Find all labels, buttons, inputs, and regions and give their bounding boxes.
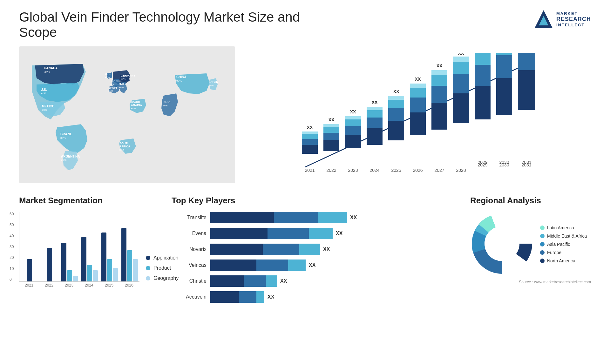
player-xx: XX: [280, 278, 287, 284]
svg-rect-76: [431, 70, 447, 75]
svg-text:2023: 2023: [348, 168, 358, 173]
player-xx: XX: [336, 231, 342, 236]
seg-light: [309, 228, 333, 239]
svg-rect-85: [475, 86, 491, 119]
svg-rect-90: [496, 55, 512, 78]
middle-east-dot: [540, 234, 545, 238]
svg-point-104: [485, 226, 519, 261]
player-segs: [210, 275, 277, 287]
seg-light: [299, 244, 320, 255]
svg-text:XX: XX: [329, 117, 335, 122]
svg-rect-74: [431, 86, 447, 103]
svg-text:xx%: xx%: [119, 86, 124, 89]
svg-text:U.S.: U.S.: [41, 88, 47, 91]
seg-light: [256, 291, 264, 303]
player-row-veincas: Veincas XX: [172, 260, 458, 271]
svg-text:2022: 2022: [326, 168, 336, 173]
seg-dark: [210, 275, 244, 287]
svg-text:2029: 2029: [478, 160, 487, 165]
player-name-accuvein: Accuvein: [172, 294, 207, 300]
svg-text:INDIA: INDIA: [163, 100, 171, 104]
svg-rect-86: [475, 65, 491, 86]
svg-text:xx%: xx%: [110, 83, 114, 86]
seg-mid: [268, 228, 309, 239]
svg-text:XX: XX: [393, 89, 399, 94]
asia-dot: [540, 242, 545, 246]
player-bar-evena: XX: [210, 228, 342, 239]
seg-light: [266, 275, 277, 287]
regional-container: Regional Analysis: [470, 196, 591, 284]
top-section: CANADA xx% U.S. xx% MEXICO xx% BRAZIL xx…: [19, 46, 591, 183]
player-bar-christie: XX: [210, 275, 287, 287]
svg-rect-38: [302, 139, 318, 145]
legend-europe: Europe: [540, 250, 587, 255]
svg-rect-46: [323, 124, 339, 127]
players-container: Top Key Players Translite XX Evena: [172, 196, 458, 303]
svg-rect-44: [323, 133, 339, 140]
logo-line2: RESEARCH: [556, 16, 591, 23]
seg-light: [318, 212, 347, 223]
players-title: Top Key Players: [172, 196, 458, 206]
svg-text:2025: 2025: [391, 168, 401, 173]
segmentation-title: Market Segmentation: [19, 196, 159, 206]
svg-rect-58: [367, 107, 383, 110]
svg-rect-62: [388, 108, 404, 121]
europe-label: Europe: [547, 250, 561, 255]
geography-dot: [146, 276, 150, 280]
latin-dot: [540, 226, 545, 230]
svg-rect-40: [302, 131, 318, 134]
svg-text:SAUDI: SAUDI: [131, 100, 140, 104]
svg-rect-51: [345, 119, 361, 126]
svg-rect-68: [410, 98, 426, 112]
player-bar-accuvein: XX: [210, 291, 274, 303]
player-row-christie: Christie XX: [172, 275, 458, 287]
svg-rect-69: [410, 88, 426, 98]
svg-text:SPAIN: SPAIN: [108, 86, 117, 89]
svg-text:2021: 2021: [305, 168, 315, 173]
legend-north-america: North America: [540, 258, 587, 263]
header: Global Vein Finder Technology Market Siz…: [19, 10, 591, 40]
map-container: CANADA xx% U.S. xx% MEXICO xx% BRAZIL xx…: [19, 46, 235, 183]
bar-chart-svg: XX 2021 XX 2022 XX 2023: [254, 53, 585, 173]
player-xx: XX: [323, 246, 330, 252]
svg-text:xx%: xx%: [42, 108, 47, 111]
seg-dark: [210, 212, 274, 223]
bar-chart-container: XX 2021 XX 2022 XX 2023: [248, 46, 591, 183]
svg-rect-57: [367, 110, 383, 118]
product-dot: [146, 266, 150, 270]
seg-dark: [210, 260, 256, 271]
product-label: Product: [153, 265, 171, 271]
svg-text:GERMANY: GERMANY: [121, 74, 135, 77]
svg-text:CHINA: CHINA: [176, 75, 186, 79]
seg-mid: [274, 212, 318, 223]
world-map-svg: CANADA xx% U.S. xx% MEXICO xx% BRAZIL xx…: [19, 46, 235, 183]
na-dot: [540, 259, 545, 263]
svg-text:xx%: xx%: [131, 107, 136, 110]
regional-title: Regional Analysis: [470, 196, 591, 206]
svg-text:ITALY: ITALY: [119, 83, 127, 86]
svg-text:SOUTH: SOUTH: [119, 142, 130, 145]
player-xx: XX: [309, 262, 315, 268]
seg-mid: [263, 244, 299, 255]
player-bar-novarix: XX: [210, 244, 330, 255]
donut-svg-wrap: [470, 212, 534, 277]
svg-text:BRAZIL: BRAZIL: [60, 132, 72, 136]
seg-dark: [210, 291, 239, 303]
svg-text:xx%: xx%: [121, 78, 125, 80]
svg-text:U.K.: U.K.: [105, 72, 111, 76]
na-label: North America: [547, 258, 575, 263]
player-bar-translite: XX: [210, 212, 357, 223]
player-name-novarix: Novarix: [172, 246, 207, 252]
svg-text:xx%: xx%: [44, 70, 50, 73]
svg-rect-82: [453, 57, 469, 62]
svg-rect-37: [302, 145, 318, 154]
svg-text:2031: 2031: [521, 160, 531, 165]
svg-rect-49: [345, 135, 361, 148]
player-name-veincas: Veincas: [172, 262, 207, 268]
logo-icon: [534, 10, 553, 29]
legend-latin-america: Latin America: [540, 225, 587, 230]
seg-light: [288, 260, 306, 271]
player-row-translite: Translite XX: [172, 212, 458, 223]
svg-text:xx%: xx%: [163, 104, 167, 107]
source-text: Source : www.marketresearchintellect.com: [470, 280, 591, 284]
